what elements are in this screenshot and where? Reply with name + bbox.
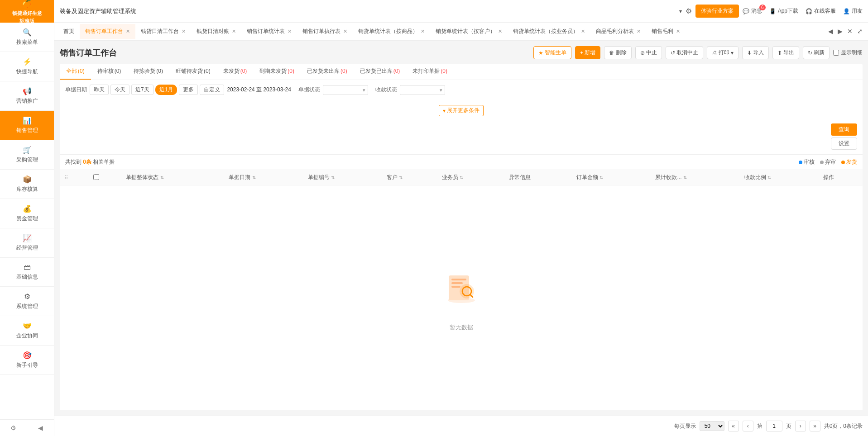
col-header-status[interactable]: 单据整体状态 ⇅ — [121, 170, 224, 185]
sort-icon-customer[interactable]: ⇅ — [399, 175, 403, 180]
import-btn[interactable]: ⬇ 导入 — [742, 46, 769, 59]
tab-close-sales-stat-customer[interactable]: ✕ — [498, 28, 502, 34]
col-header-number[interactable]: 单据编号 ⇅ — [303, 170, 382, 185]
sidebar-settings-btn[interactable]: ⚙ — [0, 420, 27, 436]
date-quick-btn-近7天[interactable]: 近7天 — [131, 85, 153, 95]
col-header-received[interactable]: 累计收款... ⇅ — [651, 170, 739, 185]
sort-icon-received[interactable]: ⇅ — [683, 175, 687, 180]
per-page-select[interactable]: 50 100 200 — [700, 421, 724, 431]
col-header-amount[interactable]: 订单金额 ⇅ — [572, 170, 651, 185]
sidebar-item-operations[interactable]: 📈 经营管理 — [0, 228, 54, 258]
cancel-review-action[interactable]: 弃审 — [820, 158, 836, 166]
tab-sales-gross[interactable]: 销售毛利✕ — [646, 24, 686, 39]
sort-icon-number[interactable]: ⇅ — [331, 175, 335, 180]
sub-tab-pending_review[interactable]: 待审核(0) — [91, 64, 128, 80]
smart-create-btn[interactable]: ★ 智能生单 — [533, 46, 571, 59]
tab-close-sales-gross[interactable]: ✕ — [676, 28, 680, 34]
col-header-staff[interactable]: 业务员 ⇅ — [437, 170, 504, 185]
set-btn[interactable]: 设置 — [831, 137, 857, 150]
sidebar-collapse-btn[interactable]: ◀ — [27, 420, 54, 436]
tab-cash-day[interactable]: 钱货日清工作台✕ — [135, 24, 191, 39]
tab-close-sales-exec[interactable]: ✕ — [343, 28, 347, 34]
prev-page-btn[interactable]: ‹ — [743, 421, 753, 431]
status-select[interactable] — [323, 85, 368, 95]
first-page-btn[interactable]: « — [728, 421, 739, 431]
review-action[interactable]: 审核 — [799, 158, 815, 166]
select-all-checkbox[interactable] — [93, 174, 99, 180]
sort-icon-staff[interactable]: ⇅ — [460, 175, 463, 180]
sidebar-item-quick-nav[interactable]: ⚡ 快捷导航 — [0, 52, 54, 81]
tab-sales-stat-customer[interactable]: 销货单统计表（按客户）✕ — [430, 24, 508, 39]
sort-icon-amount[interactable]: ⇅ — [599, 175, 603, 180]
page-input[interactable] — [766, 421, 782, 431]
tab-home[interactable]: 首页 — [58, 24, 80, 39]
system-dropdown[interactable]: ▾ — [679, 8, 682, 14]
tab-close-cash-day[interactable]: ✕ — [182, 28, 186, 34]
topbar-settings-icon[interactable]: ⚙ — [686, 7, 692, 15]
add-btn[interactable]: + 新增 — [575, 46, 600, 59]
sidebar-item-basic-info[interactable]: 🗃 基础信息 — [0, 258, 54, 287]
experience-btn[interactable]: 体验行业方案 — [695, 5, 739, 18]
sidebar-item-system[interactable]: ⚙ 系统管理 — [0, 287, 54, 316]
app-download-item[interactable]: 📱 App下载 — [769, 7, 798, 15]
tab-close-sales-stat-staff[interactable]: ✕ — [581, 28, 585, 34]
cancel-suspend-btn[interactable]: ↺ 取消中止 — [666, 46, 703, 59]
suspend-btn[interactable]: ⊘ 中止 — [635, 46, 662, 59]
sidebar-item-enterprise[interactable]: 🤝 企业协同 — [0, 316, 54, 346]
tab-close-sales-stat-product[interactable]: ✕ — [421, 28, 425, 34]
col-header-customer[interactable]: 客户 ⇅ — [382, 170, 437, 185]
show-detail-checkbox[interactable] — [833, 50, 839, 56]
sub-tab-wangpu_pending[interactable]: 旺铺待发货(0) — [169, 64, 217, 80]
sub-tab-shipped_out[interactable]: 已发货已出库(0) — [354, 64, 407, 80]
delete-btn[interactable]: 🗑 删除 — [604, 46, 632, 59]
sort-icon-ratio[interactable]: ⇅ — [767, 175, 771, 180]
tab-sales-stat[interactable]: 销售订单统计表✕ — [241, 24, 297, 39]
date-quick-btn-自定义[interactable]: 自定义 — [200, 85, 224, 95]
date-quick-btn-昨天[interactable]: 昨天 — [90, 85, 109, 95]
tab-sales-stat-staff[interactable]: 销货单统计表（按业务员）✕ — [508, 24, 590, 39]
message-icon-item[interactable]: 💬 消息 6 — [743, 7, 762, 15]
last-page-btn[interactable]: » — [810, 421, 820, 431]
sub-tab-pending_check[interactable]: 待拣验货(0) — [127, 64, 169, 80]
col-header-date[interactable]: 单据日期 ⇅ — [224, 170, 303, 185]
tab-close-sales-workbench[interactable]: ✕ — [126, 28, 130, 34]
payment-select[interactable] — [400, 85, 445, 95]
tab-close-all-btn[interactable]: ✕ — [845, 26, 854, 37]
date-quick-btn-更多[interactable]: 更多 — [179, 85, 198, 95]
tab-sales-workbench[interactable]: 销售订单工作台✕ — [80, 24, 135, 39]
sub-tab-shipped_not_out[interactable]: 已发货未出库(0) — [301, 64, 354, 80]
tab-cash-reconcile[interactable]: 钱货日清对账✕ — [191, 24, 241, 39]
date-quick-btn-今天[interactable]: 今天 — [110, 85, 129, 95]
sub-tab-not_printed[interactable]: 未打印单据(0) — [406, 64, 454, 80]
online-service-item[interactable]: 🎧 在线客服 — [806, 7, 836, 15]
sidebar-item-search[interactable]: 🔍 搜索菜单 — [0, 23, 54, 52]
col-header-abnormal[interactable]: 异常信息 — [504, 170, 572, 185]
query-btn[interactable]: 查询 — [831, 123, 857, 136]
tab-gross-margin[interactable]: 商品毛利分析表✕ — [590, 24, 646, 39]
tab-sales-exec[interactable]: 销售订单执行表✕ — [297, 24, 353, 39]
next-page-btn[interactable]: › — [795, 421, 806, 431]
sidebar-item-sales[interactable]: 📊 销售管理 — [0, 111, 54, 140]
sidebar-item-inventory[interactable]: 📦 库存核算 — [0, 170, 54, 199]
sub-tab-all[interactable]: 全部(0) — [60, 64, 91, 80]
sidebar-item-purchase[interactable]: 🛒 采购管理 — [0, 140, 54, 170]
sub-tab-overdue_not_shipped[interactable]: 到期未发货(0) — [253, 64, 301, 80]
ship-action[interactable]: 发货 — [841, 158, 857, 166]
sidebar-item-guide[interactable]: 🎯 新手引导 — [0, 346, 54, 375]
tab-close-gross-margin[interactable]: ✕ — [637, 28, 641, 34]
user-item[interactable]: 👤 用友 — [843, 7, 863, 15]
expand-btn[interactable]: ▾ 展开更多条件 — [439, 105, 484, 116]
sort-icon-status[interactable]: ⇅ — [160, 175, 164, 180]
export-btn[interactable]: ⬆ 导出 — [772, 46, 799, 59]
tab-close-sales-stat[interactable]: ✕ — [288, 28, 292, 34]
tab-sales-stat-product[interactable]: 销货单统计表（按商品）✕ — [353, 24, 430, 39]
tab-close-cash-reconcile[interactable]: ✕ — [232, 28, 236, 34]
sub-tab-not_shipped[interactable]: 未发货(0) — [217, 64, 254, 80]
print-btn[interactable]: 🖨 打印 ▾ — [707, 46, 739, 59]
col-header-operation[interactable]: 操作 — [819, 170, 863, 185]
sidebar-item-finance[interactable]: 💰 资金管理 — [0, 199, 54, 228]
tab-next-btn[interactable]: ▶ — [836, 26, 844, 37]
tab-maximize-btn[interactable]: ⤢ — [855, 26, 864, 37]
tab-prev-btn[interactable]: ◀ — [826, 26, 835, 37]
date-quick-btn-近1月[interactable]: 近1月 — [155, 85, 177, 95]
